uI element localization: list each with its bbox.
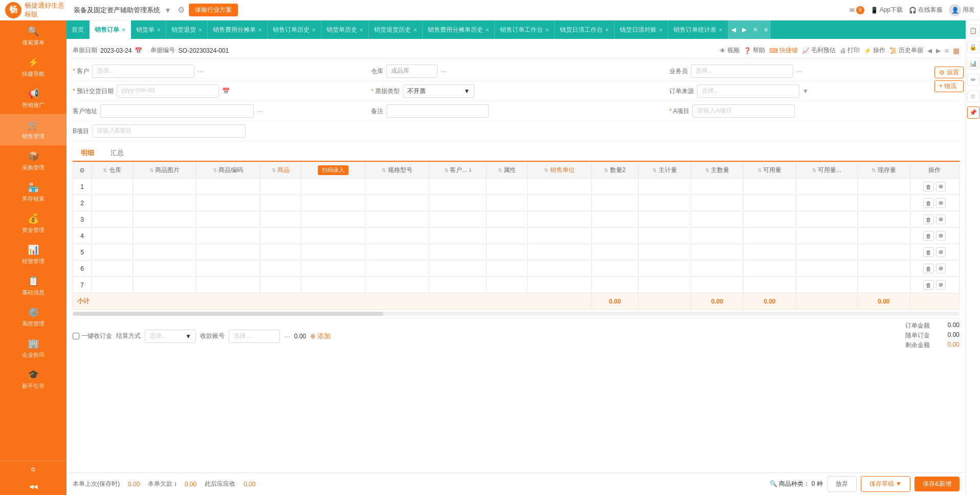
next-record-btn[interactable]: ▶ — [936, 47, 941, 54]
account-select[interactable]: 选择... — [229, 330, 280, 343]
row2-unit[interactable] — [528, 195, 591, 211]
add-payment-btn[interactable]: ⊕ 添加 — [310, 332, 331, 341]
tab-sales-history[interactable]: 销售订单历史 ✕ — [268, 20, 321, 39]
row3-product[interactable] — [260, 211, 301, 228]
sidebar-item-finance[interactable]: 💰 资金管理 — [0, 208, 67, 239]
row5-main-unit[interactable] — [639, 244, 691, 261]
note-input[interactable] — [386, 104, 489, 118]
th-property[interactable]: ⇅ 属性 — [486, 162, 528, 179]
row3-spec[interactable] — [365, 211, 429, 228]
row4-current[interactable] — [858, 228, 910, 244]
row7-spec[interactable] — [365, 277, 429, 293]
row6-copy-btn[interactable]: ⊕ — [936, 264, 946, 273]
row1-customer-code[interactable] — [429, 179, 486, 195]
row3-qty2[interactable] — [591, 211, 639, 228]
row4-main-qty[interactable] — [691, 228, 743, 244]
row5-img[interactable] — [133, 244, 196, 261]
rp-icon-6[interactable]: 📌 — [967, 106, 979, 119]
row7-delete-btn[interactable]: 🗑 — [923, 280, 934, 290]
tab-prev-btn[interactable]: ◀ — [728, 20, 739, 39]
save-draft-btn[interactable]: 保存草稿 ▼ — [861, 476, 910, 492]
row2-available2[interactable] — [796, 195, 858, 211]
row5-available[interactable] — [744, 244, 796, 261]
row6-spec[interactable] — [365, 261, 429, 277]
row1-main-qty[interactable] — [691, 179, 743, 195]
row1-code[interactable] — [197, 179, 260, 195]
row1-unit[interactable] — [528, 179, 591, 195]
system-dropdown-icon[interactable]: ▼ — [164, 6, 171, 14]
auto-collect-label[interactable]: 一键收订金 — [73, 332, 112, 340]
row7-main-unit[interactable] — [639, 277, 691, 293]
row6-current[interactable] — [858, 261, 910, 277]
row6-available2[interactable] — [796, 261, 858, 277]
row7-img[interactable] — [133, 277, 196, 293]
sidebar-collapse-btn[interactable]: ◀◀ — [0, 478, 67, 495]
row2-copy-btn[interactable]: ⊕ — [936, 198, 946, 208]
tab-close-reconcile[interactable]: ✕ — [659, 27, 663, 33]
row1-available2[interactable] — [796, 179, 858, 195]
auto-collect-checkbox[interactable] — [73, 333, 79, 339]
row4-warehouse[interactable] — [92, 228, 133, 244]
row1-warehouse[interactable] — [92, 179, 133, 195]
row5-unit[interactable] — [528, 244, 591, 261]
row3-property[interactable] — [486, 211, 528, 228]
row6-delete-btn[interactable]: 🗑 — [923, 264, 934, 273]
tab-close-history2[interactable]: ✕ — [359, 27, 363, 33]
row4-available2[interactable] — [796, 228, 858, 244]
rp-icon-2[interactable]: 🔒 — [967, 41, 979, 53]
th-customer-code[interactable]: ⇅ 客户... ℹ — [429, 162, 486, 179]
row2-main-unit[interactable] — [639, 195, 691, 211]
row2-img[interactable] — [133, 195, 196, 211]
account-more-btn[interactable]: ··· — [284, 332, 290, 340]
sidebar-item-basic[interactable]: 📋 基础信息 — [0, 270, 67, 302]
row4-available[interactable] — [744, 228, 796, 244]
tab-close-sales-return[interactable]: ✕ — [157, 27, 161, 33]
row4-qty2[interactable] — [591, 228, 639, 244]
row2-property[interactable] — [486, 195, 528, 211]
th-qty2[interactable]: ⇅ 数量2 — [591, 162, 639, 179]
row5-delete-btn[interactable]: 🗑 — [923, 247, 934, 257]
row2-warehouse[interactable] — [92, 195, 133, 211]
tab-close-sales-order[interactable]: ✕ — [121, 27, 125, 33]
print-btn[interactable]: 🖨 打印 — [840, 46, 860, 55]
row5-code[interactable] — [197, 244, 260, 261]
save-new-btn[interactable]: 保存&新增 — [914, 477, 960, 491]
tab-close-return2[interactable]: ✕ — [198, 27, 202, 33]
row6-property[interactable] — [486, 261, 528, 277]
settings-icon[interactable]: ⚙ — [178, 5, 185, 15]
user-area[interactable]: 👤 用友 — [949, 4, 975, 16]
tab-summary[interactable]: 汇总 — [102, 145, 132, 161]
view-btn[interactable]: 👁 视频 — [720, 46, 739, 55]
tab-return-history[interactable]: 销货退货历史 ✕ — [369, 20, 423, 39]
th-product[interactable]: ⇅ 商品 — [260, 162, 301, 179]
row7-customer-code[interactable] — [429, 277, 486, 293]
discard-btn[interactable]: 放弃 — [827, 476, 857, 492]
tab-close-history[interactable]: ✕ — [312, 27, 316, 33]
row3-available[interactable] — [744, 211, 796, 228]
sidebar-item-guide[interactable]: 🎓 新手引导 — [0, 364, 67, 395]
horizontal-scrollbar[interactable] — [73, 312, 960, 316]
row7-qty2[interactable] — [591, 277, 639, 293]
th-available2[interactable]: ⇅ 可用量... — [796, 162, 858, 179]
row2-delete-btn[interactable]: 🗑 — [923, 198, 934, 208]
sidebar-item-inventory[interactable]: 🏪 库存核算 — [0, 177, 67, 208]
sidebar-item-quick-nav[interactable]: ⚡ 快捷导航 — [0, 52, 67, 83]
tab-close-return-history[interactable]: ✕ — [413, 27, 417, 33]
warehouse-input[interactable]: 成品库 — [386, 64, 438, 78]
row7-current[interactable] — [858, 277, 910, 293]
rp-icon-3[interactable]: 📊 — [967, 57, 979, 70]
tab-order-workbench[interactable]: 销售订单工作台 ✕ — [495, 20, 555, 39]
row1-img[interactable] — [133, 179, 196, 195]
customer-more-btn[interactable]: ··· — [198, 67, 204, 75]
rp-icon-4[interactable]: ✏ — [967, 74, 979, 86]
tab-detail[interactable]: 明细 — [73, 145, 102, 162]
row7-product[interactable] — [260, 277, 301, 293]
row3-copy-btn[interactable]: ⊕ — [936, 214, 946, 224]
rp-icon-1[interactable]: 📋 — [967, 25, 979, 37]
row2-main-qty[interactable] — [691, 195, 743, 211]
row6-main-qty[interactable] — [691, 261, 743, 277]
row4-spec[interactable] — [365, 228, 429, 244]
th-product-img[interactable]: ⇅ 商品图片 — [133, 162, 196, 179]
row1-property[interactable] — [486, 179, 528, 195]
row5-product[interactable] — [260, 244, 301, 261]
